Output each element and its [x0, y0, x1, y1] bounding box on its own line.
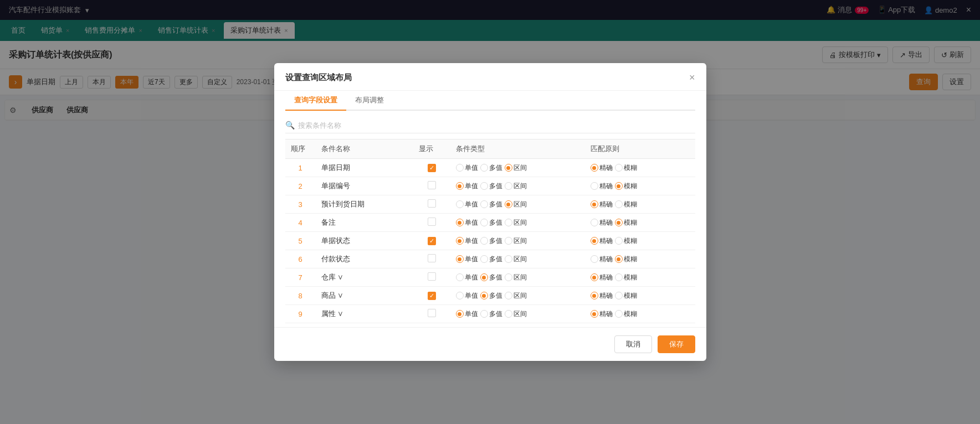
modal-overlay: 设置查询区域布局 × 查询字段设置 布局调整 🔍: [0, 0, 980, 125]
dialog-title: 设置查询区域布局: [285, 73, 352, 83]
dialog-tab-layout[interactable]: 布局调整: [346, 91, 393, 111]
dialog: 设置查询区域布局 × 查询字段设置 布局调整 🔍: [274, 63, 706, 125]
dialog-body: 查询字段设置 布局调整 🔍 顺序 条件名称 显示: [274, 91, 706, 125]
dialog-tab-fields[interactable]: 查询字段设置: [285, 91, 346, 111]
search-icon: 🔍: [285, 121, 295, 125]
dialog-close-btn[interactable]: ×: [689, 72, 695, 84]
dialog-tabs: 查询字段设置 布局调整: [285, 91, 695, 111]
search-box: 🔍: [285, 117, 695, 125]
dialog-header: 设置查询区域布局 ×: [274, 63, 706, 91]
search-input[interactable]: [298, 121, 695, 126]
